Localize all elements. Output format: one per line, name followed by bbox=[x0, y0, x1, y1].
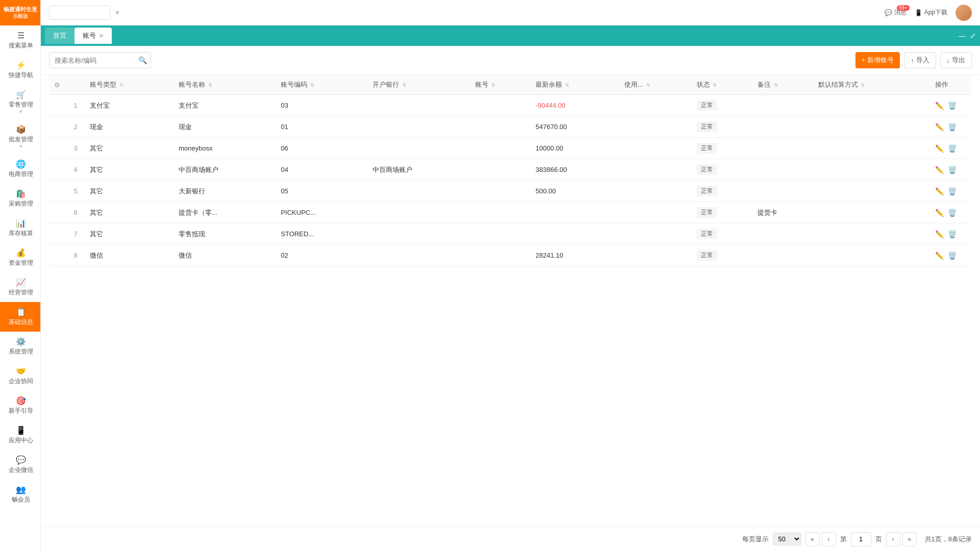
tab-minimize-button[interactable]: — bbox=[959, 32, 966, 40]
row-num: 5 bbox=[65, 181, 86, 202]
table-row: 5 其它 大新银行 05 500.00 正常 ✏️ 🗑️ bbox=[49, 181, 972, 202]
app-download-button[interactable]: 📱 App下载 bbox=[915, 8, 947, 17]
enterprise-icon: 🤝 bbox=[16, 366, 26, 376]
edit-button[interactable]: ✏️ bbox=[935, 230, 944, 238]
user-avatar[interactable] bbox=[955, 5, 972, 21]
current-page-input[interactable] bbox=[851, 532, 871, 546]
row-default-settle bbox=[814, 116, 931, 138]
col-config[interactable]: ⚙ bbox=[49, 75, 65, 95]
row-balance bbox=[531, 202, 620, 223]
edit-button[interactable]: ✏️ bbox=[935, 209, 944, 217]
tab-expand-button[interactable]: ⤢ bbox=[970, 32, 976, 40]
delete-button[interactable]: 🗑️ bbox=[948, 144, 957, 153]
guide-icon: 🎯 bbox=[16, 396, 26, 406]
prev-page-button[interactable]: ‹ bbox=[822, 532, 836, 546]
first-page-button[interactable]: « bbox=[805, 532, 820, 546]
tab-close-icon[interactable]: ✕ bbox=[99, 33, 104, 39]
col-default-settle[interactable]: 默认结算方式 ⇅ bbox=[814, 75, 931, 95]
edit-button[interactable]: ✏️ bbox=[935, 252, 944, 260]
page-size-label: 每页显示 bbox=[742, 535, 769, 544]
edit-button[interactable]: ✏️ bbox=[935, 144, 944, 153]
row-config bbox=[49, 116, 65, 138]
row-name: 现金 bbox=[175, 116, 277, 138]
sidebar-item-wechat[interactable]: 💬 企业微信 bbox=[0, 450, 40, 480]
edit-button[interactable]: ✏️ bbox=[935, 102, 944, 110]
table-row: 8 微信 微信 02 28241.10 正常 ✏️ 🗑️ bbox=[49, 245, 972, 266]
sidebar-item-purchase[interactable]: 🛍️ 采购管理 bbox=[0, 184, 40, 213]
row-bank: 中百商场账户 bbox=[369, 159, 471, 181]
row-config bbox=[49, 223, 65, 245]
sidebar-item-finance[interactable]: 💰 资金管理 bbox=[0, 243, 40, 272]
delete-button[interactable]: 🗑️ bbox=[948, 187, 957, 195]
sidebar-item-retail[interactable]: 🛒 零售管理 ▼ bbox=[0, 85, 40, 119]
row-status: 正常 bbox=[693, 181, 753, 202]
export-button[interactable]: ↓ 导出 bbox=[940, 52, 972, 68]
sidebar-item-app-center[interactable]: 📱 应用中心 bbox=[0, 420, 40, 450]
next-page-button[interactable]: › bbox=[886, 532, 900, 546]
sidebar-item-enterprise[interactable]: 🤝 企业协同 bbox=[0, 361, 40, 391]
row-config bbox=[49, 245, 65, 266]
col-account[interactable]: 账号 ⇅ bbox=[471, 75, 532, 95]
col-name[interactable]: 账号名称 ⇅ bbox=[175, 75, 277, 95]
sidebar-item-wholesale[interactable]: 📦 批发管理 ▼ bbox=[0, 119, 40, 154]
tab-home[interactable]: 首页 bbox=[45, 28, 75, 44]
tab-home-label: 首页 bbox=[53, 31, 66, 40]
delete-button[interactable]: 🗑️ bbox=[948, 209, 957, 217]
sidebar-item-search-menu[interactable]: ☰ 搜索菜单 bbox=[0, 26, 40, 55]
basic-info-icon: 📋 bbox=[16, 307, 26, 317]
col-type[interactable]: 账号类型 ⇅ bbox=[86, 75, 175, 95]
delete-button[interactable]: 🗑️ bbox=[948, 166, 957, 174]
wholesale-icon: 📦 bbox=[16, 124, 26, 134]
row-remark bbox=[753, 245, 814, 266]
sidebar-item-members[interactable]: 👥 畅会员 bbox=[0, 480, 40, 509]
col-remark[interactable]: 备注 ⇅ bbox=[753, 75, 814, 95]
row-balance: 383866.00 bbox=[531, 159, 620, 181]
top-search-input[interactable] bbox=[49, 6, 110, 20]
row-status: 正常 bbox=[693, 223, 753, 245]
import-button[interactable]: ↑ 导入 bbox=[904, 52, 936, 68]
edit-button[interactable]: ✏️ bbox=[935, 187, 944, 195]
edit-button[interactable]: ✏️ bbox=[935, 166, 944, 174]
col-code[interactable]: 账号编码 ⇅ bbox=[277, 75, 369, 95]
row-actions: ✏️ 🗑️ bbox=[931, 245, 972, 266]
sidebar-item-ecom[interactable]: 🌐 电商管理 bbox=[0, 154, 40, 184]
tab-account[interactable]: 账号 ✕ bbox=[75, 28, 112, 44]
add-account-button[interactable]: + 新增账号 bbox=[855, 52, 900, 68]
row-config bbox=[49, 181, 65, 202]
pagination: « ‹ 第 页 › » bbox=[805, 532, 917, 546]
message-button[interactable]: 💬 消息 99+ bbox=[885, 8, 906, 17]
col-status[interactable]: 状态 ⇅ bbox=[693, 75, 753, 95]
logo-line2: 乐酷版 bbox=[4, 13, 37, 19]
sidebar-item-system[interactable]: ⚙️ 系统管理 bbox=[0, 332, 40, 361]
search-menu-icon: ☰ bbox=[17, 31, 24, 40]
delete-button[interactable]: 🗑️ bbox=[948, 252, 957, 260]
row-balance: 10000.00 bbox=[531, 138, 620, 159]
sidebar-item-label: 电商管理 bbox=[9, 170, 33, 179]
sidebar-item-quick-nav[interactable]: ⚡ 快捷导航 bbox=[0, 55, 40, 85]
toolbar: 🔍 + 新增账号 ↑ 导入 ↓ 导出 bbox=[41, 46, 980, 75]
col-balance[interactable]: 最新余额 ⇅ bbox=[531, 75, 620, 95]
sidebar-item-business[interactable]: 📈 经营管理 bbox=[0, 272, 40, 302]
col-usage[interactable]: 使用... ⇅ bbox=[620, 75, 693, 95]
delete-button[interactable]: 🗑️ bbox=[948, 123, 957, 131]
sidebar-item-basic-info[interactable]: 📋 基础信息 bbox=[0, 302, 40, 332]
row-num: 4 bbox=[65, 159, 86, 181]
row-remark bbox=[753, 138, 814, 159]
row-code: 03 bbox=[277, 95, 369, 116]
search-button[interactable]: 🔍 bbox=[138, 56, 147, 64]
delete-button[interactable]: 🗑️ bbox=[948, 102, 957, 110]
page-size-select[interactable]: 50 100 200 bbox=[773, 533, 801, 545]
row-usage bbox=[620, 116, 693, 138]
search-input[interactable] bbox=[49, 52, 151, 68]
export-icon: ↓ bbox=[947, 57, 950, 64]
col-bank[interactable]: 开户银行 ⇅ bbox=[369, 75, 471, 95]
logo-line1: 畅捷通时生意 bbox=[4, 6, 37, 13]
row-type: 现金 bbox=[86, 116, 175, 138]
sidebar-item-inventory[interactable]: 📊 库存核算 bbox=[0, 213, 40, 243]
row-default-settle bbox=[814, 245, 931, 266]
dropdown-chevron-icon[interactable]: ▼ bbox=[114, 9, 120, 16]
last-page-button[interactable]: » bbox=[902, 532, 917, 546]
edit-button[interactable]: ✏️ bbox=[935, 123, 944, 131]
sidebar-item-guide[interactable]: 🎯 新手引导 bbox=[0, 391, 40, 420]
delete-button[interactable]: 🗑️ bbox=[948, 230, 957, 238]
